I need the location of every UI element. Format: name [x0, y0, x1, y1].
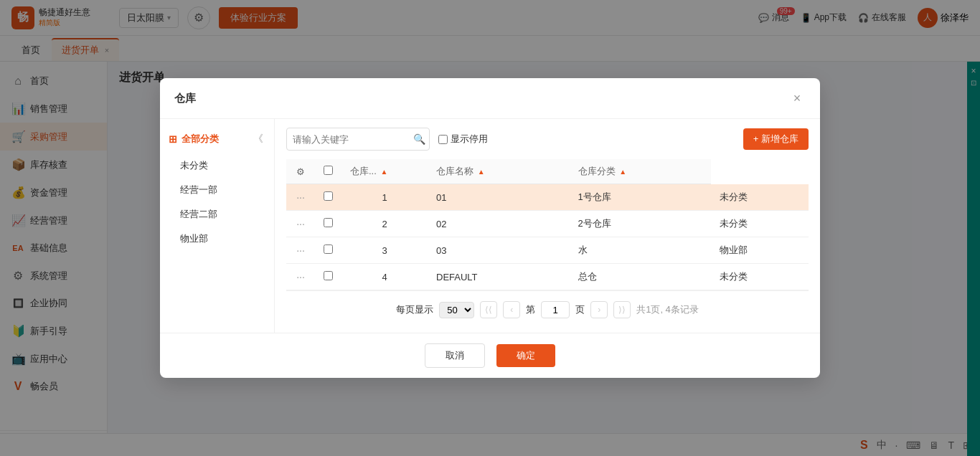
modal-overlay: 仓库 × ⊞ 全部分类 《 未分类 经营一部 经营二部 物业部 — [0, 0, 980, 456]
row-more-3[interactable]: ··· — [286, 237, 315, 264]
search-box[interactable]: 🔍 — [286, 128, 430, 151]
category-item-3[interactable]: 物业部 — [160, 227, 274, 251]
page-number-input[interactable] — [541, 301, 570, 318]
all-categories[interactable]: ⊞ 全部分类 — [169, 133, 219, 146]
first-page-button[interactable]: ⟨⟨ — [480, 301, 497, 318]
confirm-button[interactable]: 确定 — [496, 344, 555, 367]
th-code[interactable]: 仓库... ▲ — [341, 159, 428, 184]
row-category-1: 未分类 — [711, 184, 809, 211]
row-num-3: 3 — [341, 237, 428, 264]
th-name-label: 仓库名称 — [436, 166, 473, 176]
table-row[interactable]: ··· 3 03 水 物业部 — [286, 237, 809, 264]
last-page-button[interactable]: ⟩⟩ — [613, 301, 631, 318]
toolbar: 🔍 显示停用 + 新增仓库 — [286, 128, 809, 151]
row-check-2[interactable] — [315, 211, 341, 237]
table-container: ⚙ 仓库... ▲ 仓库名称 ▲ — [286, 159, 809, 290]
prev-page-button[interactable]: ‹ — [503, 301, 520, 318]
per-page-select[interactable]: 50 — [439, 302, 474, 318]
page-suffix: 页 — [575, 303, 585, 316]
cancel-button[interactable]: 取消 — [425, 343, 485, 368]
category-item-unclassified[interactable]: 未分类 — [160, 153, 274, 178]
sort-category-icon: ▲ — [619, 168, 626, 176]
row-check[interactable] — [315, 184, 341, 211]
table-row[interactable]: ··· 2 02 2号仓库 未分类 — [286, 211, 809, 237]
search-input[interactable] — [293, 134, 413, 145]
table-row[interactable]: ··· 1 01 1号仓库 未分类 — [286, 184, 809, 211]
modal-close-button[interactable]: × — [788, 90, 806, 107]
show-disabled-label[interactable]: 显示停用 — [438, 133, 488, 146]
th-gear[interactable]: ⚙ — [286, 159, 315, 184]
row-name-1: 1号仓库 — [570, 184, 712, 211]
th-category[interactable]: 仓库分类 ▲ — [570, 159, 712, 184]
more-icon-3[interactable]: ··· — [296, 244, 305, 256]
add-warehouse-button[interactable]: + 新增仓库 — [743, 128, 809, 150]
row-checkbox-2[interactable] — [324, 218, 333, 227]
sort-name-icon: ▲ — [478, 168, 485, 176]
row-name-2: 2号仓库 — [570, 211, 712, 237]
row-code-1: 01 — [428, 184, 570, 211]
table-panel: 🔍 显示停用 + 新增仓库 ⚙ — [275, 119, 820, 333]
more-icon[interactable]: ··· — [296, 191, 305, 203]
warehouse-table: ⚙ 仓库... ▲ 仓库名称 ▲ — [286, 159, 809, 290]
warehouse-modal: 仓库 × ⊞ 全部分类 《 未分类 经营一部 经营二部 物业部 — [160, 78, 820, 378]
modal-title: 仓库 — [174, 92, 196, 105]
category-panel: ⊞ 全部分类 《 未分类 经营一部 经营二部 物业部 — [160, 119, 275, 333]
th-name[interactable]: 仓库名称 ▲ — [428, 159, 570, 184]
pagination: 每页显示 50 ⟨⟨ ‹ 第 页 › ⟩⟩ 共1页, 4条记录 — [286, 290, 809, 324]
row-checkbox-3[interactable] — [324, 244, 333, 254]
row-code-4: DEFAULT — [428, 264, 570, 290]
th-category-label: 仓库分类 — [578, 166, 616, 176]
row-category-4: 未分类 — [711, 264, 809, 290]
row-check-3[interactable] — [315, 237, 341, 264]
more-icon-2[interactable]: ··· — [296, 218, 305, 229]
category-header: ⊞ 全部分类 《 — [160, 128, 274, 153]
show-disabled-text: 显示停用 — [451, 133, 488, 146]
all-categories-label: 全部分类 — [182, 133, 219, 146]
modal-body: ⊞ 全部分类 《 未分类 经营一部 经营二部 物业部 🔍 — [160, 119, 820, 333]
row-code-3: 03 — [428, 237, 570, 264]
category-collapse-button[interactable]: 《 — [251, 132, 265, 146]
table-row[interactable]: ··· 4 DEFAULT 总仓 未分类 — [286, 264, 809, 290]
table-header-row: ⚙ 仓库... ▲ 仓库名称 ▲ — [286, 159, 809, 184]
row-name-3: 水 — [570, 237, 712, 264]
sort-code-icon: ▲ — [380, 168, 387, 176]
row-name-4: 总仓 — [570, 264, 712, 290]
row-more[interactable]: ··· — [286, 184, 315, 211]
show-disabled-checkbox[interactable] — [438, 135, 448, 144]
row-check-4[interactable] — [315, 264, 341, 290]
category-item-2[interactable]: 经营二部 — [160, 202, 274, 227]
row-num-2: 2 — [341, 211, 428, 237]
row-category-2: 未分类 — [711, 211, 809, 237]
row-more-4[interactable]: ··· — [286, 264, 315, 290]
row-category-3: 物业部 — [711, 237, 809, 264]
row-checkbox-4[interactable] — [324, 271, 333, 280]
th-code-label: 仓库... — [350, 166, 377, 176]
row-code-2: 02 — [428, 211, 570, 237]
row-num-1: 1 — [341, 184, 428, 211]
row-checkbox-1[interactable] — [324, 191, 333, 201]
total-info: 共1页, 4条记录 — [636, 303, 699, 316]
modal-footer: 取消 确定 — [160, 333, 820, 378]
search-icon[interactable]: 🔍 — [413, 133, 425, 145]
page-label: 第 — [526, 303, 535, 316]
select-all-checkbox[interactable] — [324, 166, 333, 175]
row-num-4: 4 — [341, 264, 428, 290]
more-icon-4[interactable]: ··· — [296, 271, 305, 282]
grid-icon: ⊞ — [169, 133, 177, 145]
category-item-1[interactable]: 经营一部 — [160, 178, 274, 202]
next-page-button[interactable]: › — [590, 301, 608, 318]
th-check[interactable] — [315, 159, 341, 184]
row-more-2[interactable]: ··· — [286, 211, 315, 237]
modal-header: 仓库 × — [160, 78, 820, 119]
per-page-label: 每页显示 — [396, 303, 433, 316]
